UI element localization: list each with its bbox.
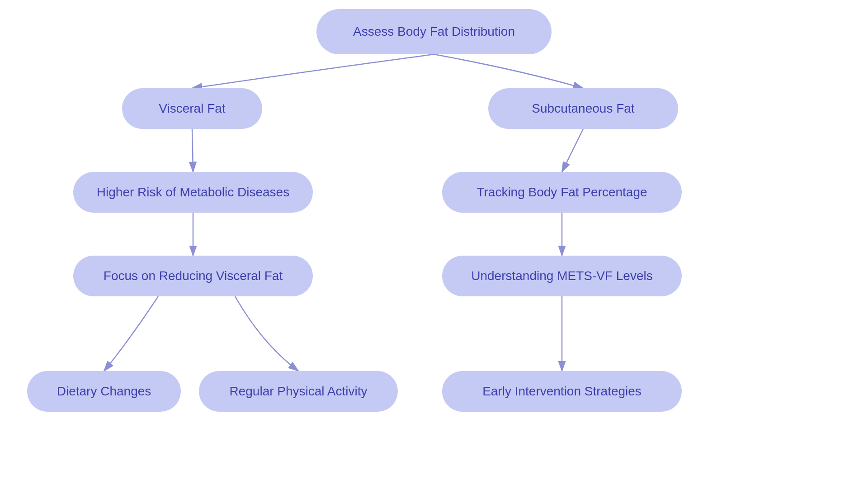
- node-early: Early Intervention Strategies: [442, 371, 682, 412]
- node-higher-risk: Higher Risk of Metabolic Diseases: [73, 172, 313, 213]
- connectors-svg: [0, 0, 868, 490]
- node-dietary: Dietary Changes: [27, 371, 181, 412]
- node-focus: Focus on Reducing Visceral Fat: [73, 256, 313, 296]
- node-physical: Regular Physical Activity: [199, 371, 398, 412]
- node-root: Assess Body Fat Distribution: [316, 9, 552, 54]
- svg-line-1: [192, 129, 193, 172]
- node-tracking: Tracking Body Fat Percentage: [442, 172, 682, 213]
- node-mets: Understanding METS-VF Levels: [442, 256, 682, 296]
- svg-line-2: [562, 129, 583, 172]
- node-visceral: Visceral Fat: [122, 88, 262, 129]
- diagram-container: Assess Body Fat Distribution Visceral Fa…: [0, 0, 868, 490]
- node-subcutaneous: Subcutaneous Fat: [488, 88, 678, 129]
